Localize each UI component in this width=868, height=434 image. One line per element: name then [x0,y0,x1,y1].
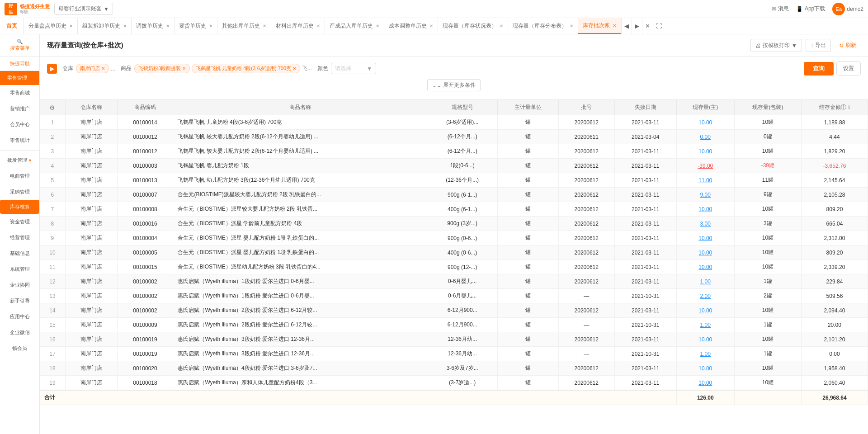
expiry-cell: 2021-03-11 [614,332,676,347]
qty-main-cell[interactable]: 2.00 [676,289,734,303]
sidebar-item-member[interactable]: 会员中心 [2,118,38,132]
qty-main-cell[interactable]: 10.00 [676,376,734,391]
expiry-cell: 2021-03-11 [614,115,676,130]
th-settings[interactable]: ⚙ [40,100,65,115]
tab-chengbentiaozhengli[interactable]: 成本调整单历史 ✕ [384,18,438,34]
settings-button[interactable]: 设置 [836,61,861,75]
tab-close-icon[interactable]: ✕ [263,24,266,28]
qty-main-cell[interactable]: 1.00 [676,347,734,361]
tab-close-icon[interactable]: ✕ [123,24,127,28]
tab-close-icon[interactable]: ✕ [209,24,212,28]
qty-main-cell[interactable]: 9.00 [676,188,734,202]
row-number: 6 [40,188,65,202]
table-row: 17 南岸门店 00100019 惠氏启赋（Wyeth illuma）3段奶粉 … [40,347,868,361]
sidebar-item-wholesale[interactable]: 批发管理 ▼ [2,153,38,167]
qty-main-cell[interactable]: 10.00 [676,231,734,245]
tab-fenliangpandian[interactable]: 分量盘点单历史 ✕ [24,18,78,34]
qty-main-cell[interactable]: 3.00 [676,217,734,231]
tab-prev-button[interactable]: ◀ [621,18,632,34]
sidebar-item-inventory[interactable]: 库存核算 [0,200,39,214]
sidebar-item-retail-stats[interactable]: 零售统计 [2,133,38,147]
qty-main-cell[interactable]: 10.00 [676,303,734,318]
unit-cell: 罐 [498,318,559,332]
qty-main-cell[interactable]: 10.00 [676,361,734,376]
filter-expand-orange-btn[interactable]: ▶ [47,64,57,74]
sidebar-item-wechat[interactable]: 企业微信 [2,326,38,340]
tab-chanchengpinruku[interactable]: 产成品入库单历史 ✕ [325,18,384,34]
product-more[interactable]: 飞... [302,65,312,72]
sidebar-item-basicinfo[interactable]: 基础信息 [2,246,38,260]
qty-main-cell[interactable]: -39.00 [676,159,734,173]
filter-more-btn[interactable]: ... [111,66,115,72]
row-number: 9 [40,231,65,245]
tab-close-all-button[interactable]: ✕ [642,18,653,34]
color-dropdown[interactable]: 请选择 ▼ [331,63,376,74]
sidebar-item-management[interactable]: 经营管理 [2,231,38,245]
warehouse-cell: 南岸门店 [65,303,117,318]
expand-more-conditions[interactable]: ⌄⌄ 展开更多条件 [427,79,481,91]
warehouse-cell: 南岸门店 [65,376,117,391]
qty-main-cell[interactable]: 10.00 [676,144,734,159]
tab-close-icon[interactable]: ✕ [69,24,73,28]
export-button[interactable]: ↑ 导出 [806,39,831,52]
tab-kucunpici[interactable]: 库存批次账 ✕ [578,18,621,34]
tab-fullscreen-button[interactable]: ⛶ [653,18,665,34]
tab-qitachuku[interactable]: 其他出库单历史 ✕ [217,18,271,34]
close-icon[interactable]: ✕ [292,66,296,71]
sidebar-item-enterprise[interactable]: 企业协同 [2,278,38,292]
tab-close-icon[interactable]: ✕ [500,24,503,28]
tab-cailiaochuku[interactable]: 材料出库单历史 ✕ [271,18,325,34]
qty-main-cell[interactable]: 10.00 [676,202,734,217]
close-icon[interactable]: ✕ [101,66,105,71]
tab-yaohuo[interactable]: 要货单历史 ✕ [175,18,217,34]
tab-close-icon[interactable]: ✕ [316,24,320,28]
sidebar-search[interactable]: 🔍 搜索菜单 [0,34,39,57]
tab-close-icon[interactable]: ✕ [613,23,616,28]
qty-main-cell[interactable]: 11.00 [676,173,734,188]
tab-close-icon[interactable]: ✕ [429,24,433,28]
sidebar-item-member2[interactable]: 畅会员 [2,341,38,355]
batch-cell: 20200612 [558,332,614,347]
user-menu[interactable]: Ea demo2 [832,3,863,15]
sidebar-quicknav[interactable]: 快捷导航 [0,57,39,71]
tab-next-button[interactable]: ▶ [632,18,642,34]
tab-home[interactable]: 首页 [0,18,24,34]
qty-main-cell[interactable]: 10.00 [676,115,734,130]
refresh-button[interactable]: ↻ 刷新 [835,39,861,52]
app-download-button[interactable]: 📱 App下载 [796,5,825,13]
sidebar-item-retail-mgmt[interactable]: 零售管理 ▼ [0,71,39,85]
qty-main-cell[interactable]: 1.00 [676,274,734,289]
sidebar-item-marketing[interactable]: 营销推广 [2,102,38,116]
qty-main-cell[interactable]: 1.00 [676,318,734,332]
sidebar-item-finance[interactable]: 资金管理 [2,215,38,229]
message-button[interactable]: ✉ 消息 [772,5,789,13]
qty-main-cell[interactable]: 10.00 [676,245,734,260]
sidebar-item-appcenter[interactable]: 应用中心 [2,310,38,324]
tab-close-icon[interactable]: ✕ [570,24,573,28]
product-tag-1[interactable]: 飞鹤奶粉3段两提装 ✕ [134,64,190,73]
query-button[interactable]: 查询 [804,62,834,75]
close-icon[interactable]: ✕ [182,66,186,71]
name-cell: 飞鹤星飞帆 婴儿配方奶粉 1段 [173,159,427,173]
sidebar-item-newguide[interactable]: 新手引导 [2,294,38,308]
tab-xiancunliangfenbu[interactable]: 现存量（库存分布表） ✕ [508,18,578,34]
product-tag-2[interactable]: 飞鹤星飞帆 儿童奶粉 4段(3-6岁适用) 700克 ✕ [192,64,300,73]
name-cell: 惠氏启赋（Wyeth illuma）3段奶粉 爱尔兰进口 12-36月... [173,347,427,361]
warehouse-cell: 南岸门店 [65,318,117,332]
sidebar-item-system[interactable]: 系统管理 [2,262,38,276]
tab-xiancunliangkucun[interactable]: 现存量（库存状况表） ✕ [438,18,508,34]
tab-zuzhuangchaijian[interactable]: 组装拆卸单历史 ✕ [78,18,132,34]
industry-selector[interactable]: 母婴行业演示账套 ▼ [54,3,113,15]
sidebar-item-ecommerce[interactable]: 电商管理 [2,169,38,183]
sidebar-item-purchase[interactable]: 采购管理 [2,185,38,199]
tab-close-icon[interactable]: ✕ [166,24,170,28]
template-print-button[interactable]: 🖨 按模板打印 ▼ [750,39,802,52]
tab-diaobo[interactable]: 调拨单历史 ✕ [132,18,175,34]
qty-main-cell[interactable]: 10.00 [676,332,734,347]
tab-close-icon[interactable]: ✕ [376,24,379,28]
warehouse-tag[interactable]: 南岸门店 ✕ [76,64,109,73]
qty-main-cell[interactable]: 10.00 [676,260,734,274]
code-cell: 00100018 [117,376,173,391]
name-cell: 惠氏启赋（Wyeth illuma）4段奶粉 爱尔兰进口 3-6岁及7... [173,361,427,376]
sidebar-item-retail-shop[interactable]: 零售商城 [2,86,38,100]
